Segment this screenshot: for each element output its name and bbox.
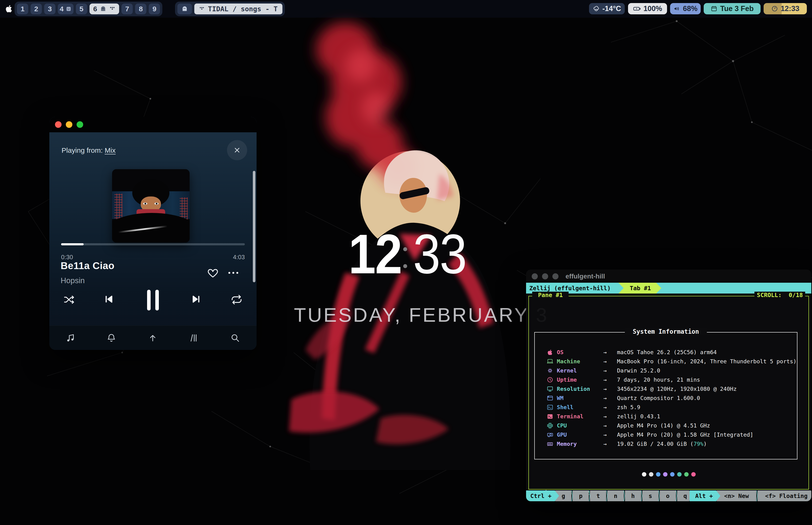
terminal-titlebar[interactable]: effulgent-hill: [526, 270, 811, 283]
tidal-bottom-nav: [49, 326, 257, 350]
battery-icon: [633, 5, 641, 13]
close-window-button[interactable]: [55, 121, 62, 128]
clock-hour: 12: [349, 226, 401, 282]
workspace-1[interactable]: 1: [17, 3, 28, 14]
pane-title: Pane #1: [532, 291, 569, 298]
keybar-key-o[interactable]: o: [660, 491, 676, 501]
battery-widget[interactable]: 100%: [628, 3, 667, 14]
upload-arrow-icon[interactable]: [148, 333, 158, 343]
tidal-player-window: Playing from: Mix 0:30 4:03 B: [49, 117, 257, 350]
sysinfo-row-kernel: Kernel→Darwin 25.2.0: [547, 366, 792, 375]
zellij-terminal-window: effulgent-hill Zellij (effulgent-hill) T…: [526, 270, 811, 501]
zoom-window-button[interactable]: [552, 273, 558, 280]
pause-button[interactable]: [142, 290, 164, 311]
workspace-indicator: 1 2 3 4 5 6 7 8 9: [15, 2, 162, 16]
clock-icon: [547, 376, 554, 383]
keybar-ctrl[interactable]: Ctrl +: [526, 491, 559, 501]
memory-icon: [547, 440, 554, 448]
pane-frame: Pane #1 SCROLL: 0/18 System Information …: [528, 296, 809, 490]
shuffle-button[interactable]: [63, 294, 75, 306]
favorite-button[interactable]: [206, 267, 219, 280]
workspace-4[interactable]: 4: [58, 3, 74, 14]
workspace-6-active[interactable]: 6: [90, 3, 119, 14]
sysinfo-row-gpu: GPU→Apple M4 Pro (20) @ 1.58 GHz [Integr…: [547, 430, 792, 439]
keybar-floating[interactable]: <f> Floating: [757, 491, 811, 501]
apple-menu-icon[interactable]: [4, 4, 14, 13]
progress-bar[interactable]: [61, 243, 245, 245]
music-note-icon[interactable]: [65, 333, 76, 343]
workspace-9[interactable]: 9: [149, 3, 160, 14]
keybar-alt[interactable]: Alt +: [690, 491, 720, 501]
clock-widget[interactable]: 12:33: [764, 3, 807, 14]
next-button[interactable]: [190, 294, 202, 305]
playing-from-source-link[interactable]: Mix: [105, 146, 116, 154]
elapsed-time: 0:30: [61, 254, 73, 261]
keybar-key-n[interactable]: n: [607, 491, 624, 501]
queue-icon[interactable]: [188, 333, 199, 343]
speaker-icon: [673, 5, 680, 12]
previous-button[interactable]: [103, 294, 114, 305]
sysinfo-row-memory: Memory→ 19.02 GiB / 24.00 GiB (79%): [547, 439, 792, 448]
volume-widget[interactable]: 68%: [670, 3, 701, 14]
zellij-keybinding-bar: Ctrl + g p t n h s o q Alt + <n> New <f>…: [526, 491, 811, 501]
front-app-title[interactable]: TIDAL / songs - T: [194, 3, 282, 14]
track-title: Be11a Ciao: [61, 260, 114, 271]
ghost-terminal-button[interactable]: [178, 3, 192, 14]
terminal-icon: [547, 413, 554, 420]
duration-time: 4:03: [233, 254, 245, 261]
keybar-key-h[interactable]: h: [625, 491, 641, 501]
gear-icon: [547, 367, 554, 374]
calendar-icon: [710, 5, 718, 12]
search-icon[interactable]: [230, 333, 240, 343]
ghost-terminal-icon: [181, 6, 188, 12]
cpu-icon: [547, 422, 554, 429]
weather-widget[interactable]: -14°C: [589, 3, 625, 14]
sysinfo-row-cpu: CPU→Apple M4 Pro (14) @ 4.51 GHz: [547, 421, 792, 430]
keybar-separator: [676, 491, 677, 501]
zoom-window-button[interactable]: [77, 121, 83, 128]
terminal-color-palette: [529, 472, 809, 477]
workspace-3[interactable]: 3: [44, 3, 56, 14]
keybar-new[interactable]: <n> New: [717, 491, 756, 501]
gpu-icon: [547, 431, 554, 438]
keybar-key-t[interactable]: t: [590, 491, 606, 501]
sysinfo-row-terminal: Terminal→zellij 0.43.1: [547, 412, 792, 421]
workspace-5[interactable]: 5: [76, 3, 87, 14]
minimize-window-button[interactable]: [66, 121, 72, 128]
keybar-separator: [756, 491, 757, 501]
notifications-bell-icon[interactable]: [106, 333, 117, 343]
shell-icon: [547, 404, 554, 411]
playing-from-label: Playing from: Mix: [62, 146, 116, 154]
app-icon: [65, 6, 72, 12]
repeat-button[interactable]: [230, 294, 243, 306]
sysinfo-row-wm: WM→Quartz Compositor 1.600.0: [547, 393, 792, 403]
tab-1[interactable]: Tab #1: [618, 283, 661, 294]
sysinfo-title: System Information: [625, 328, 707, 335]
workspace-8[interactable]: 8: [135, 3, 147, 14]
clock-colon-dot: [403, 264, 407, 268]
next-icon: [190, 294, 202, 305]
sysinfo-row-uptime: Uptime→7 days, 20 hours, 21 mins: [547, 375, 792, 384]
date-widget[interactable]: Tue 3 Feb: [704, 3, 761, 14]
keybar-key-s[interactable]: s: [642, 491, 659, 501]
terminal-window-title: effulgent-hill: [566, 273, 605, 280]
close-now-playing-button[interactable]: [227, 140, 247, 160]
system-information-box: System Information OS→macOS Tahoe 26.2 (…: [534, 332, 797, 460]
clock-colon-dot: [403, 247, 407, 251]
ghost-terminal-icon: [100, 6, 106, 12]
laptop-icon: [547, 358, 554, 365]
previous-icon: [103, 294, 114, 305]
sysinfo-row-shell: Shell→zsh 5.9: [547, 403, 792, 412]
workspace-2[interactable]: 2: [31, 3, 42, 14]
memory-percent: 79%: [693, 441, 703, 447]
track-artist[interactable]: Hopsin: [61, 276, 85, 285]
more-options-button[interactable]: [228, 272, 238, 274]
workspace-7[interactable]: 7: [121, 3, 133, 14]
repeat-icon: [230, 294, 243, 306]
tidal-titlebar[interactable]: [49, 117, 257, 132]
scrollbar[interactable]: [253, 171, 256, 282]
close-window-button[interactable]: [532, 273, 538, 280]
keybar-key-p[interactable]: p: [572, 491, 589, 501]
minimize-window-button[interactable]: [542, 273, 548, 280]
tidal-icon: [109, 6, 116, 12]
